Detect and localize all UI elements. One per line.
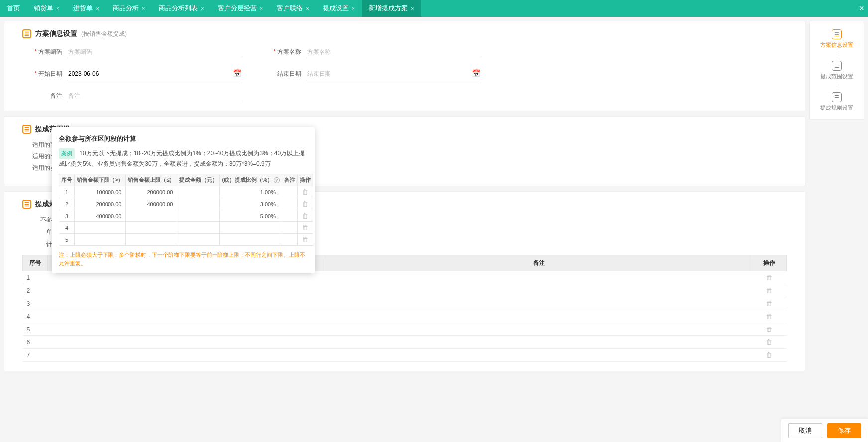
tab-commission-settings[interactable]: 提成设置× [316,0,362,17]
calendar-icon[interactable]: 📅 [472,69,480,77]
table-row[interactable]: 7🗑 [23,349,787,362]
anchor-icon: ☰ [832,92,842,102]
tab-customer-tier[interactable]: 客户分层经营× [211,0,270,17]
mini-th: 序号 [59,174,75,186]
delete-icon[interactable]: 🗑 [766,326,772,333]
label-start-date: 开始日期 [38,70,62,77]
tab-customer-contact[interactable]: 客户联络× [270,0,316,17]
case-badge: 案例 [59,148,75,159]
remark-input[interactable] [67,89,240,102]
mini-th: (或）提成比例（%）? [220,174,282,186]
popup-title: 全额参与所在区间段的计算 [59,134,308,143]
example-row: 2200000.00400000.003.00%🗑 [59,198,313,210]
mini-th: 操作 [297,174,313,186]
table-row[interactable]: 3🗑 [23,297,787,310]
label-end-date: 结束日期 [277,70,301,77]
delete-icon[interactable]: 🗑 [302,224,308,231]
anchor-icon: ☰ [832,29,842,39]
tab-prod-analysis[interactable]: 商品分析× [106,0,152,17]
popup-note: 注：上限必须大于下限；多个阶梯时，下一个阶梯下限要等于前一阶梯上限；不同行之间下… [59,251,308,267]
tab-new-commission[interactable]: 新增提成方案× [362,0,421,17]
close-icon[interactable]: × [352,5,355,11]
plan-code-input[interactable] [67,45,241,58]
anchor-nav: ☰ 方案信息设置 ☰ 提成范围设置 ☰ 提成规则设置 [809,21,864,120]
case-text: 10万元以下无提成；10~20万元提成比例为1%；20~40万提成比例为3%；4… [59,150,305,167]
delete-icon[interactable]: 🗑 [302,188,308,196]
section-icon: ☰ [22,125,31,134]
example-row: 5🗑 [59,234,313,246]
example-row: 1100000.00200000.001.00%🗑 [59,186,313,198]
tab-home[interactable]: 首页 [0,0,27,17]
range-full-tooltip: 全额参与所在区间段的计算 案例 10万元以下无提成；10~20万元提成比例为1%… [52,127,315,273]
anchor-rules[interactable]: ☰ 提成规则设置 [813,90,861,113]
section-hint: (按销售金额提成) [81,30,127,38]
start-date-input[interactable] [67,67,241,80]
plan-info-card: ☰ 方案信息设置 (按销售金额提成) *方案编码 *方案名称 *开始日期 [4,21,805,111]
delete-icon[interactable]: 🗑 [766,351,772,359]
table-row[interactable]: 6🗑 [23,336,787,349]
label-plan-name: 方案名称 [277,48,301,55]
delete-icon[interactable]: 🗑 [766,274,772,281]
mini-th: 销售金额下限（>） [75,174,126,186]
anchor-scope[interactable]: ☰ 提成范围设置 [813,59,861,82]
mini-th: 提成金额（元） [177,174,220,186]
mini-th: 备注 [282,174,297,186]
close-icon[interactable]: × [260,5,263,11]
plan-name-input[interactable] [306,45,480,58]
tab-purchase[interactable]: 进货单× [66,0,106,17]
example-row: 3400000.005.00%🗑 [59,210,313,222]
close-icon[interactable]: × [201,5,204,11]
tab-prod-list[interactable]: 商品分析列表× [152,0,211,17]
label-remark: 备注 [50,92,62,99]
anchor-icon: ☰ [832,61,842,71]
delete-icon[interactable]: 🗑 [766,338,772,346]
close-icon[interactable]: × [96,5,99,11]
close-icon[interactable]: × [56,5,59,11]
anchor-plan-info[interactable]: ☰ 方案信息设置 [813,27,861,51]
section-title: 方案信息设置 [35,29,77,38]
close-icon[interactable]: × [411,5,414,11]
tab-bar-close-button[interactable]: × [859,0,864,17]
delete-icon[interactable]: 🗑 [302,236,308,243]
section-icon: ☰ [22,29,31,38]
delete-icon[interactable]: 🗑 [302,212,308,220]
help-icon[interactable]: ? [274,177,280,183]
delete-icon[interactable]: 🗑 [766,287,772,294]
table-row[interactable]: 2🗑 [23,284,787,297]
tab-sales[interactable]: 销货单× [27,0,66,17]
example-row: 4🗑 [59,222,313,234]
end-date-input[interactable] [306,67,480,80]
mini-th: 销售金额上限（≤） [126,174,177,186]
close-icon[interactable]: × [142,5,145,11]
table-row[interactable]: 4🗑 [23,310,787,323]
table-row[interactable]: 5🗑 [23,323,787,336]
delete-icon[interactable]: 🗑 [302,200,308,208]
example-table: 序号销售金额下限（>）销售金额上限（≤）提成金额（元）(或）提成比例（%）?备注… [59,174,313,246]
tab-bar: 首页 销货单× 进货单× 商品分析× 商品分析列表× 客户分层经营× 客户联络×… [0,0,868,17]
big-th: 备注 [326,255,752,271]
delete-icon[interactable]: 🗑 [766,300,772,307]
delete-icon[interactable]: 🗑 [766,313,772,320]
calendar-icon[interactable]: 📅 [233,69,241,77]
big-th: 操作 [752,255,787,271]
close-icon[interactable]: × [306,5,309,11]
section-icon: ☰ [22,200,31,209]
label-plan-code: 方案编码 [38,48,62,55]
big-th: 序号 [23,255,48,271]
